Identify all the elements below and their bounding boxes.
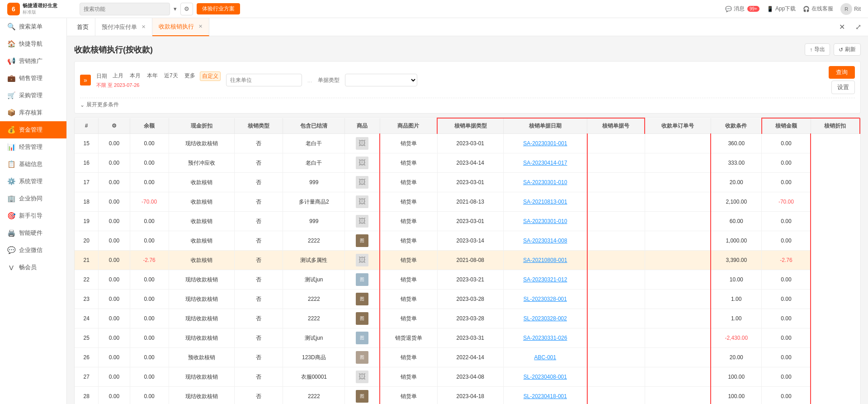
date-link-custom[interactable]: 自定义	[200, 71, 221, 81]
sidebar-item-purchase-mgmt[interactable]: 🛒采购管理	[0, 87, 66, 104]
sidebar-item-newbie[interactable]: 🎯新手引导	[0, 207, 66, 224]
cell-9[interactable]: SL-20230328-002	[503, 309, 587, 328]
sidebar-item-stock[interactable]: 📦库存核算	[0, 104, 66, 121]
cell-9[interactable]: SL-20230418-001	[503, 387, 587, 404]
cell-7: 销货单	[380, 367, 437, 387]
trial-button[interactable]: 体验行业方案	[197, 3, 240, 14]
sidebar-item-marketing[interactable]: 📢营销推广	[0, 52, 66, 70]
bill-no-link[interactable]: SA-20230301-010	[523, 218, 567, 224]
date-link-this-month[interactable]: 本月	[128, 71, 142, 81]
cell-9[interactable]: ABC-001	[503, 348, 587, 367]
bill-no-link[interactable]: ABC-001	[534, 354, 557, 361]
tab-prepay[interactable]: 预付冲应付单✕	[95, 18, 152, 36]
cell-1: 0.00	[99, 387, 130, 404]
filter-divider: ...	[307, 77, 312, 84]
bill-no-link[interactable]: SA-20210808-001	[523, 257, 567, 263]
query-button[interactable]: 查询	[829, 66, 855, 79]
online-service-button[interactable]: 🎧 在线客服	[803, 5, 833, 13]
gear-button[interactable]: ⚙	[180, 3, 193, 15]
cell-13: 0.00	[762, 270, 811, 290]
bill-no-link[interactable]: SL-20230328-002	[524, 315, 567, 322]
stock-icon: 📦	[7, 109, 15, 117]
partner-input[interactable]	[226, 74, 302, 86]
close-window-icon[interactable]: ✕	[835, 21, 848, 33]
sidebar: 🔍搜索菜单🏠快捷导航📢营销推广💼销售管理🛒采购管理📦库存核算💰资金管理📊经营管理…	[0, 18, 67, 404]
cell-9[interactable]: SA-20210808-001	[503, 251, 587, 270]
filter-expand-button[interactable]: »	[80, 75, 91, 86]
sidebar-item-biz-mgmt[interactable]: 📊经营管理	[0, 138, 66, 156]
date-link-more[interactable]: 更多	[183, 71, 197, 81]
sidebar-item-label: 企业协同	[19, 195, 42, 203]
cell-9[interactable]: SA-20230301-010	[503, 173, 587, 192]
bill-no-link[interactable]: SL-20230418-001	[524, 393, 567, 399]
cell-4: 否	[234, 309, 283, 328]
sidebar-item-search-menu[interactable]: 🔍搜索菜单	[0, 18, 66, 35]
bill-no-link[interactable]: SA-20210813-001	[523, 199, 567, 205]
search-input[interactable]	[80, 3, 170, 15]
table-body: 150.000.00现结收款核销否老白干🖼销货单2023-03-01SA-202…	[75, 134, 860, 404]
sidebar-item-sales-mgmt[interactable]: 💼销售管理	[0, 70, 66, 87]
col-header-balance: 余额	[130, 118, 169, 134]
cell-5: 老白干	[283, 134, 345, 153]
cell-3: 现结收款核销	[169, 270, 234, 290]
cell-2: 0.00	[130, 348, 169, 367]
refresh-icon: ↺	[839, 47, 843, 53]
cell-8: 2023-04-14	[437, 153, 503, 173]
table-row: 190.000.00收款核销否999🖼销货单2023-03-01SA-20230…	[75, 212, 860, 231]
cell-9[interactable]: SA-20230321-012	[503, 270, 587, 290]
cell-4: 否	[234, 173, 283, 192]
app-download-button[interactable]: 📱 App下载	[767, 5, 796, 13]
basic-info-icon: 📋	[7, 160, 15, 168]
expand-conditions-button[interactable]: ⌄ 展开更多条件	[80, 98, 855, 109]
setting-button[interactable]: 设置	[831, 81, 855, 94]
maximize-icon[interactable]: ⤢	[852, 21, 864, 33]
bill-no-link[interactable]: SA-20230301-001	[523, 140, 567, 147]
export-button[interactable]: ↑ 导出	[805, 43, 830, 56]
cell-9[interactable]: SA-20230414-017	[503, 153, 587, 173]
sidebar-item-wechat[interactable]: 💬企业微信	[0, 242, 66, 259]
bill-no-link[interactable]: SA-20230301-010	[523, 179, 567, 185]
sidebar-item-sys-mgmt[interactable]: ⚙️系统管理	[0, 173, 66, 190]
sidebar-item-quick-nav[interactable]: 🏠快捷导航	[0, 35, 66, 52]
cell-12: 20.00	[711, 348, 762, 367]
date-link-this-year[interactable]: 本年	[145, 71, 160, 81]
cell-9[interactable]: SA-20230301-010	[503, 212, 587, 231]
cell-0: 27	[75, 367, 99, 387]
dropdown-button[interactable]: ▾	[174, 5, 177, 12]
cell-9[interactable]: SL-20230408-001	[503, 367, 587, 387]
date-link-7days[interactable]: 近7天	[162, 71, 180, 81]
cell-1: 0.00	[99, 270, 130, 290]
date-link-last-month[interactable]: 上月	[111, 71, 125, 81]
tab-receipt-cancel[interactable]: 收款核销执行✕	[152, 18, 209, 36]
cell-4: 否	[234, 251, 283, 270]
message-button[interactable]: 💬 消息 99+	[725, 5, 760, 13]
cell-9[interactable]: SA-20230331-026	[503, 328, 587, 348]
sidebar-item-capital-mgmt[interactable]: 💰资金管理	[0, 121, 66, 138]
tab-bar-right: ✕ ⤢	[835, 21, 864, 33]
cell-9[interactable]: SA-20210813-001	[503, 192, 587, 212]
bill-no-link[interactable]: SA-20230321-012	[523, 276, 567, 283]
bill-type-select[interactable]: 销货单 销货退货单	[345, 74, 417, 86]
col-header-cancel-bill-date: 核销单据日期	[503, 118, 587, 134]
user-menu[interactable]: R Rit	[840, 3, 861, 15]
tab-close-receipt-cancel[interactable]: ✕	[198, 24, 203, 29]
cell-9[interactable]: SL-20230328-001	[503, 290, 587, 309]
tab-close-prepay[interactable]: ✕	[142, 24, 146, 30]
bill-no-link[interactable]: SA-20230331-026	[523, 335, 567, 341]
bill-no-link[interactable]: SA-20230414-017	[523, 160, 567, 166]
cell-8: 2023-03-01	[437, 173, 503, 192]
sidebar-item-member[interactable]: V畅会员	[0, 259, 66, 276]
bill-no-link[interactable]: SL-20230408-001	[524, 374, 567, 380]
bill-no-link[interactable]: SA-20230314-008	[523, 238, 567, 244]
refresh-button[interactable]: ↺ 刷新	[834, 43, 861, 56]
bill-no-link[interactable]: SL-20230328-001	[524, 296, 567, 302]
sidebar-item-enterprise[interactable]: 🏢企业协同	[0, 190, 66, 207]
cell-9[interactable]: SA-20230301-001	[503, 134, 587, 153]
cell-2: 0.00	[130, 367, 169, 387]
sidebar-item-basic-info[interactable]: 📋基础信息	[0, 156, 66, 173]
newbie-icon: 🎯	[7, 212, 15, 220]
cell-9[interactable]: SA-20230314-008	[503, 231, 587, 251]
cell-7: 销货单	[380, 134, 437, 153]
tab-home[interactable]: 首页	[71, 18, 95, 36]
sidebar-item-smart-hw[interactable]: 🖨️智能硬件	[0, 224, 66, 242]
